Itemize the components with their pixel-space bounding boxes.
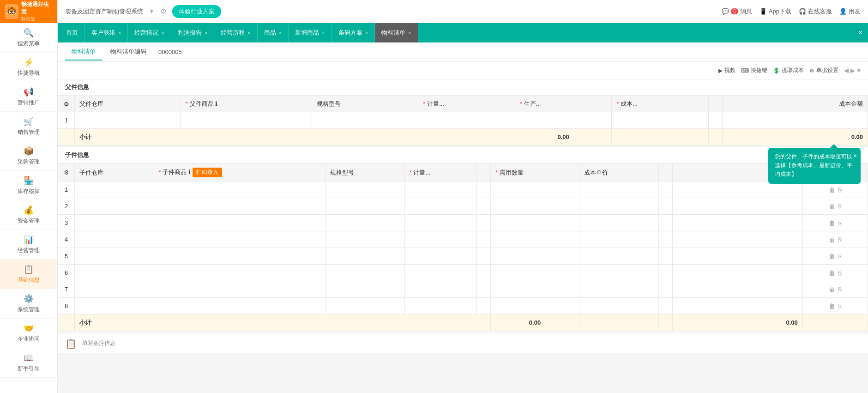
child-spec[interactable] [325,281,404,298]
parent-spec-1[interactable] [312,112,418,129]
child-goods[interactable] [154,198,325,215]
child-qty[interactable] [490,198,579,215]
child-unit[interactable] [404,198,476,215]
child-warehouse[interactable] [75,265,154,281]
child-spec[interactable] [325,298,404,314]
delete-icon[interactable]: 🗑 [829,269,835,277]
child-unit[interactable] [404,215,476,231]
copy-icon[interactable]: ⎘ [838,219,842,227]
tooltip-close-btn[interactable]: × [853,151,857,161]
sidebar-item-system[interactable]: ⚙️ 系统管理 [0,289,57,319]
child-qty[interactable] [490,265,579,281]
child-qty[interactable] [490,248,579,265]
copy-icon[interactable]: ⎘ [838,236,842,243]
sidebar-item-finance[interactable]: 💰 资金管理 [0,200,57,230]
child-spec[interactable] [325,248,404,265]
tab-operation-status[interactable]: 经营情况 × [128,23,171,42]
delete-icon[interactable]: 🗑 [829,253,835,260]
parent-production-1[interactable] [515,112,612,129]
child-unit-cost[interactable] [579,265,659,281]
sub-tab-list[interactable]: 物料清单 [65,44,102,60]
app-download-group[interactable]: 📱 App下载 [760,7,791,16]
child-unit[interactable] [404,281,476,298]
copy-icon[interactable]: ⎘ [838,286,842,293]
child-warehouse[interactable] [75,248,154,265]
list-view-icon[interactable]: ≡ [857,67,861,74]
child-unit[interactable] [404,181,476,198]
sidebar-item-enterprise[interactable]: 🤝 企业协同 [0,319,57,348]
next-icon[interactable]: ▶ [850,67,855,74]
child-amount[interactable] [672,181,802,198]
child-amount[interactable] [672,231,802,248]
prev-icon[interactable]: ◀ [844,67,849,74]
tab-opstatus-close[interactable]: × [161,30,164,36]
child-unit-cost[interactable] [579,248,659,265]
child-unit-cost[interactable] [579,198,659,215]
child-spec[interactable] [325,215,404,231]
child-goods[interactable] [154,248,325,265]
child-goods[interactable] [154,215,325,231]
parent-amount-1[interactable] [722,112,868,129]
child-unit-cost[interactable] [579,231,659,248]
scan-input-btn[interactable]: 扫码录入 [193,168,222,177]
child-warehouse[interactable] [75,181,154,198]
sidebar-item-purchase[interactable]: 📦 采购管理 [0,141,57,171]
child-unit-cost[interactable] [579,298,659,314]
copy-icon[interactable]: ⎘ [838,203,842,210]
tab-customer-close[interactable]: × [118,30,121,36]
sub-tab-barcode-num[interactable]: 物料清单编码 [104,44,153,60]
dropdown-icon[interactable]: ▼ [149,8,155,15]
user-group[interactable]: 👤 用友 [839,7,861,16]
child-col-settings[interactable]: ⚙ [58,164,75,181]
delete-icon[interactable]: 🗑 [829,302,835,310]
child-warehouse[interactable] [75,298,154,314]
tab-goods-close[interactable]: × [279,30,282,36]
child-qty[interactable] [490,181,579,198]
single-setting-btn[interactable]: ⚙ 单据设置 [809,67,838,74]
child-unit-cost[interactable] [579,181,659,198]
close-all-tabs[interactable]: × [855,29,866,37]
copy-icon[interactable]: ⎘ [838,186,842,193]
extract-cost-btn[interactable]: 💲 提取成本 [773,67,804,74]
child-amount[interactable] [672,281,802,298]
child-warehouse[interactable] [75,198,154,215]
delete-icon[interactable]: 🗑 [829,203,835,210]
child-spec[interactable] [325,181,404,198]
sidebar-item-operation[interactable]: 📊 经营管理 [0,230,57,260]
child-spec[interactable] [325,231,404,248]
parent-cost-1[interactable] [612,112,709,129]
child-qty[interactable] [490,215,579,231]
tab-op-history[interactable]: 经营历程 × [214,23,257,42]
delete-icon[interactable]: 🗑 [829,286,835,293]
child-unit[interactable] [404,231,476,248]
service-group[interactable]: 🎧 在线客服 [799,7,832,16]
tab-profit[interactable]: 利润报告 × [171,23,214,42]
delete-icon[interactable]: 🗑 [829,219,835,227]
child-unit[interactable] [404,248,476,265]
child-qty[interactable] [490,231,579,248]
parent-col-settings[interactable]: ⚙ [58,96,75,112]
child-amount[interactable] [672,215,802,231]
sidebar-item-guide[interactable]: 📖 新手引导 [0,348,57,378]
child-qty[interactable] [490,298,579,314]
sidebar-item-quick[interactable]: ⚡ 快捷导航 [0,53,57,82]
child-qty[interactable] [490,281,579,298]
tab-profit-close[interactable]: × [205,30,207,36]
child-unit[interactable] [404,265,476,281]
child-warehouse[interactable] [75,231,154,248]
child-goods[interactable] [154,265,325,281]
tab-goods[interactable]: 商品 × [258,23,289,42]
child-amount[interactable] [672,198,802,215]
child-warehouse[interactable] [75,281,154,298]
sidebar-item-inventory[interactable]: 🏪 库存核算 [0,171,57,200]
child-amount[interactable] [672,298,802,314]
copy-icon[interactable]: ⎘ [838,269,842,277]
trial-button[interactable]: 体验行业方案 [172,5,221,18]
copy-icon[interactable]: ⎘ [838,253,842,260]
tab-newgoods-close[interactable]: × [322,30,325,36]
child-goods[interactable] [154,181,325,198]
parent-goods-1[interactable] [181,112,312,129]
child-goods[interactable] [154,281,325,298]
tab-bom-close[interactable]: × [408,30,411,36]
tab-new-goods[interactable]: 新增商品 × [289,23,332,42]
